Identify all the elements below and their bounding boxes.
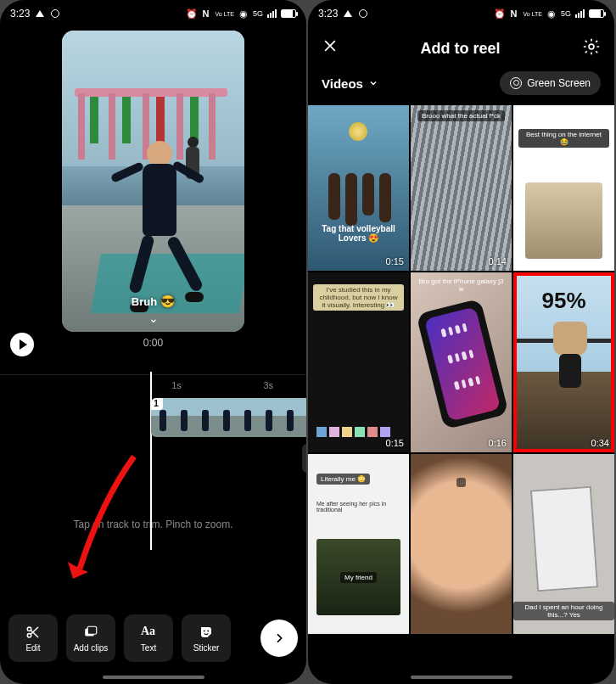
home-indicator[interactable] [103, 676, 204, 679]
duration-label: 0:15 [386, 438, 404, 448]
play-button[interactable] [10, 333, 34, 356]
green-screen-button[interactable]: Green Screen [500, 71, 601, 95]
cell-caption [456, 478, 467, 487]
svg-point-5 [207, 630, 209, 631]
chevron-down-icon[interactable]: ⌄ [148, 311, 159, 325]
media-cell[interactable]: Dad I spent an hour doing this...? Yes [513, 454, 614, 634]
cell-pill: Literally me 😳 [316, 474, 370, 485]
scissors-icon [25, 625, 41, 640]
person-icon [510, 77, 522, 89]
duration-label: 0:16 [489, 438, 507, 448]
media-cell[interactable]: Brooo what the actual f*ck 0:14 [411, 105, 512, 271]
duration-label: 0:14 [489, 256, 507, 266]
clip-index-badge: 1 [151, 398, 163, 410]
status-bar: 3:23 ⏰ N Vo LTE ◉ 5G [0, 0, 306, 24]
add-audio-row[interactable]: ♫ Add audio [302, 444, 306, 473]
svg-point-0 [27, 627, 31, 631]
cell-big-text: 95% [513, 288, 614, 314]
cell-caption: I've studied this in my childhood, but n… [313, 284, 404, 311]
network-label: 5G [253, 9, 263, 18]
media-grid: Tag that volleyball Lovers 😍 0:15 Brooo … [308, 105, 614, 634]
duration-label: 0:34 [591, 438, 609, 448]
close-icon [322, 37, 339, 54]
play-store-icon [35, 8, 45, 19]
preview-caption: Bruh😎 [132, 294, 175, 308]
sync-icon [358, 8, 368, 19]
duration-label: 0:15 [386, 256, 404, 266]
media-cell[interactable]: I've studied this in my childhood, but n… [308, 272, 409, 452]
ruler-tick: 3s [263, 380, 273, 390]
timeline-ruler[interactable]: 1s 3s [0, 374, 306, 398]
close-button[interactable] [322, 37, 339, 59]
volte-label: Vo LTE [524, 11, 542, 17]
editor-screen: 3:23 ⏰ N Vo LTE ◉ 5G [0, 0, 306, 684]
play-store-icon [343, 8, 353, 19]
video-track[interactable]: 1 [151, 398, 306, 437]
network-label: 5G [561, 9, 571, 18]
alarm-icon: ⏰ [187, 8, 197, 19]
chevron-down-icon [368, 78, 378, 88]
media-cell[interactable]: Literally me 😳 Me after seeing her pics … [308, 454, 409, 634]
media-cell[interactable]: Best thing on the internet 😂 [513, 105, 614, 271]
media-cell[interactable] [411, 454, 512, 634]
volte-label: Vo LTE [216, 11, 234, 17]
ruler-tick: 1s [171, 380, 182, 390]
cell-caption: Tag that volleyball Lovers 😍 [313, 224, 404, 243]
media-cell[interactable]: Bro got the iPhone galaxy j3 ☠ 0:16 [411, 272, 512, 452]
text-icon: Aa [141, 625, 156, 640]
text-button[interactable]: Aa Text [124, 614, 173, 662]
timeline-hint: Tap on track to trim. Pinch to zoom. [0, 519, 306, 530]
gear-icon [582, 37, 601, 56]
clock: 3:23 [318, 8, 338, 20]
edit-button[interactable]: Edit [8, 614, 58, 662]
wifi-icon: ◉ [238, 8, 249, 19]
svg-point-1 [27, 633, 31, 637]
clock: 3:23 [10, 8, 30, 20]
status-bar: 3:23 ⏰ N Vo LTE ◉ 5G [308, 0, 614, 24]
home-indicator[interactable] [411, 676, 512, 679]
sticker-icon [199, 625, 214, 640]
sync-icon [50, 8, 60, 19]
cell-caption: Best thing on the internet 😂 [518, 129, 609, 148]
nfc-icon: N [201, 8, 211, 19]
bottom-toolbar: Edit Add clips Aa Text Sticker [8, 614, 298, 662]
cell-sub: Me after seeing her pics in traditional [316, 501, 400, 513]
cell-mid: My friend [340, 572, 377, 583]
wifi-icon: ◉ [546, 8, 557, 19]
cell-caption: Brooo what the actual f*ck [417, 110, 505, 121]
picker-title: Add to reel [339, 40, 582, 58]
add-clips-icon [83, 625, 98, 640]
alarm-icon: ⏰ [495, 8, 505, 19]
picker-screen: 3:23 ⏰ N Vo LTE ◉ 5G Add to reel Videos [308, 0, 614, 684]
nfc-icon: N [509, 8, 519, 19]
settings-button[interactable] [582, 37, 601, 59]
cell-caption: Dad I spent an hour doing this...? Yes [513, 602, 614, 620]
signal-icon [575, 9, 585, 18]
add-clips-button[interactable]: Add clips [66, 614, 115, 662]
video-preview[interactable]: Bruh😎 ⌄ [62, 31, 244, 332]
chevron-right-icon [272, 631, 286, 645]
playhead-time: 0:00 [143, 337, 163, 349]
cell-caption: Bro got the iPhone galaxy j3 ☠ [418, 278, 503, 293]
svg-point-6 [589, 44, 594, 49]
signal-icon [267, 9, 277, 18]
media-cell-selected[interactable]: 95% 0:34 [513, 272, 614, 452]
source-selector[interactable]: Videos [322, 76, 378, 91]
battery-icon [589, 9, 604, 18]
sticker-button[interactable]: Sticker [182, 614, 231, 662]
media-cell[interactable]: Tag that volleyball Lovers 😍 0:15 [308, 105, 409, 271]
svg-point-4 [204, 630, 205, 631]
next-button[interactable] [260, 620, 298, 657]
battery-icon [281, 9, 296, 18]
